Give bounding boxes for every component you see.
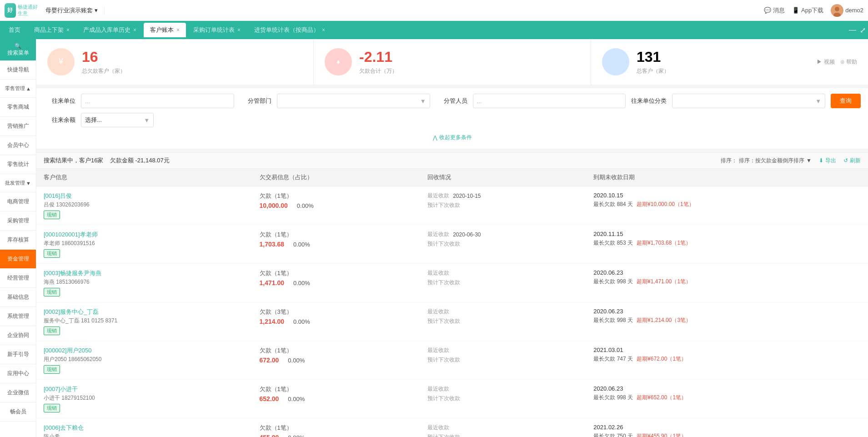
refresh-btn[interactable]: ↺ 刷新: [843, 157, 861, 165]
sidebar-item-retail-store[interactable]: 零售商城: [0, 98, 36, 117]
close-tab-customer-account[interactable]: ×: [176, 27, 180, 33]
cell-customer-info: [0003]畅捷服务尹海燕 海燕 18513066976 现销: [36, 264, 252, 302]
overdue-link[interactable]: 超期¥455.90（1笔）: [637, 432, 687, 437]
filter-area: 往来单位 ... 分管部门 ▼ 分管人员 ... 往来单位分类 ▼: [36, 88, 868, 149]
debt-count: 欠款（1笔）: [260, 347, 413, 355]
balance-arrow-icon: ▼: [144, 117, 150, 124]
tab-customer-account[interactable]: 客户账本 ×: [144, 23, 186, 37]
dept-label: 分管部门: [240, 97, 271, 105]
app-download-btn[interactable]: 📱 App下载: [792, 6, 823, 15]
stat-card-actions: ▶ 视频 ⊙ 帮助: [817, 58, 857, 66]
unit-category-select[interactable]: ▼: [672, 94, 825, 108]
stat-value-debt-amount: -2.11: [359, 49, 397, 65]
sidebar-item-retail-stats[interactable]: 零售统计: [0, 155, 36, 174]
cell-customer-info: [0007]小进干 小进干 18279152100 现销: [36, 380, 252, 418]
manager-input[interactable]: ...: [473, 94, 626, 108]
tab-production-history[interactable]: 产成品入库单历史 ×: [77, 23, 143, 37]
overdue-link[interactable]: 超期¥1,214.00（3笔）: [637, 316, 691, 324]
customer-phone: 小进干 18279152100: [44, 394, 245, 402]
debt-amount: 10,000.00: [260, 202, 288, 209]
cell-recovery: 最近收款 预计下次收款: [420, 380, 586, 418]
customer-name-link[interactable]: [0007]小进干: [44, 386, 78, 392]
sort-selector[interactable]: 排序： 排序：按欠款金额倒序排序 ▼: [721, 157, 812, 165]
debt-amount: 652.00: [260, 395, 279, 402]
sidebar-item-app-center[interactable]: 应用中心: [0, 364, 36, 383]
customer-name-link[interactable]: [0003]畅捷服务尹海燕: [44, 270, 101, 276]
sidebar-item-retail-mgmt[interactable]: 零售管理 ▲: [0, 80, 36, 98]
dept-select[interactable]: ▼: [277, 94, 430, 108]
next-collect-label: 预计下次收款: [427, 434, 460, 437]
stat-icon-debt-amount: ♦: [325, 48, 352, 75]
debt-amount: 455.90: [260, 434, 279, 437]
close-tab-product-off[interactable]: ×: [66, 27, 70, 33]
cell-overdue-date: 2020.06.23 最长欠款 998 天 超期¥652.00（1笔）: [586, 380, 868, 418]
overdue-link[interactable]: 超期¥10,000.00（1笔）: [637, 201, 694, 208]
sidebar-item-ecommerce[interactable]: 电商管理: [0, 192, 36, 211]
sidebar-item-marketing[interactable]: 营销推广: [0, 117, 36, 136]
recent-label: 最近收款: [427, 347, 449, 354]
company-selector[interactable]: 母婴行业演示账套 ▾: [41, 6, 105, 15]
table-row: [0007]小进干 小进干 18279152100 现销 欠款（1笔） 652.…: [36, 380, 868, 418]
sidebar-item-member-center[interactable]: 会员中心: [0, 136, 36, 155]
recent-label: 最近收款: [427, 192, 449, 200]
tab-import-stat[interactable]: 进货单统计表（按商品） ×: [248, 23, 331, 37]
overdue-link[interactable]: 超期¥1,471.00（1笔）: [637, 278, 691, 286]
customer-name-link[interactable]: [0006]去下粮仓: [44, 424, 84, 431]
sidebar-item-batch-mgmt[interactable]: 批发管理 ▼: [0, 174, 36, 192]
result-actions: 排序： 排序：按欠款金额倒序排序 ▼ ⬇ 导出 ↺ 刷新: [721, 157, 861, 165]
sidebar-item-quick-nav[interactable]: 快捷导航: [0, 60, 36, 80]
video-btn[interactable]: ▶ 视频: [817, 58, 834, 66]
logo-area: 好 畅捷通好生意: [5, 3, 41, 18]
table-row: [000002]用户2050 用户2050 18665062050 现销 欠款（…: [36, 341, 868, 380]
search-button[interactable]: 查询: [831, 94, 861, 108]
balance-label: 往来余额: [44, 116, 75, 124]
sidebar-item-operations[interactable]: 经营管理: [0, 269, 36, 288]
close-tab-purchase-order[interactable]: ×: [237, 27, 241, 33]
stat-card-debt-amount: ♦ -2.11 欠款合计（万）: [314, 39, 591, 85]
help-btn[interactable]: ⊙ 帮助: [840, 58, 857, 66]
customer-name-link[interactable]: [0002]服务中心_丁磊: [44, 308, 99, 315]
message-btn[interactable]: 💬 消息: [764, 6, 785, 15]
svg-rect-7: [609, 57, 614, 66]
sidebar-item-enterprise-wechat[interactable]: 企业微信: [0, 383, 36, 402]
collapse-filter-btn[interactable]: ⋀ 收起更多条件: [44, 132, 861, 143]
cell-customer-info: [0001020001]孝老师 孝老师 18600391516 现销: [36, 225, 252, 264]
close-tab-production-history[interactable]: ×: [133, 27, 136, 33]
sidebar-item-basic-info[interactable]: 基础信息: [0, 288, 36, 307]
cell-overdue-date: 2020.10.15 最长欠款 884 天 超期¥10,000.00（1笔）: [586, 186, 868, 225]
debt-count: 欠款（1笔）: [260, 192, 413, 200]
tab-home[interactable]: 首页: [2, 23, 27, 37]
sidebar-item-system[interactable]: 系统管理: [0, 307, 36, 326]
export-btn[interactable]: ⬇ 导出: [819, 157, 836, 165]
sidebar-item-newbie[interactable]: 新手引导: [0, 345, 36, 364]
tab-expand-icon[interactable]: ⤢: [860, 26, 866, 35]
customer-name-link[interactable]: [0016]吕俊: [44, 192, 72, 199]
overdue-link[interactable]: 超期¥1,703.68（1笔）: [637, 239, 691, 247]
tab-minimize-icon[interactable]: ―: [849, 26, 856, 35]
stat-card-total-customers: 131 总客户（家） ▶ 视频 ⊙ 帮助: [591, 39, 868, 85]
sort-arrow-icon: ▼: [806, 157, 812, 164]
customer-name-link[interactable]: [000002]用户2050: [44, 347, 92, 354]
customer-tag: 现销: [44, 211, 60, 219]
close-tab-import-stat[interactable]: ×: [322, 27, 325, 33]
dept-arrow-icon: ▼: [420, 98, 426, 105]
origin-unit-input[interactable]: ...: [81, 94, 234, 108]
sidebar-item-inventory[interactable]: 库存核算: [0, 231, 36, 250]
balance-select[interactable]: 选择... ▼: [81, 113, 154, 127]
user-avatar[interactable]: demo2: [831, 4, 863, 17]
sidebar-item-finance[interactable]: 资金管理: [0, 250, 36, 269]
search-icon: 🔍: [0, 43, 36, 49]
next-collect-label: 预计下次收款: [427, 241, 460, 247]
unit-category-label: 往来单位分类: [631, 97, 667, 105]
customer-name-link[interactable]: [0001020001]孝老师: [44, 231, 98, 238]
sidebar-search[interactable]: 🔍 搜索菜单: [0, 39, 36, 60]
overdue-link[interactable]: 超期¥652.00（1笔）: [637, 394, 687, 402]
overdue-link[interactable]: 超期¥672.00（1笔）: [637, 355, 687, 363]
tab-purchase-order[interactable]: 采购订单统计表 ×: [187, 23, 247, 37]
stat-label-debt-customers: 总欠款客户（家）: [82, 67, 125, 75]
sidebar-item-purchase-mgmt[interactable]: 采购管理: [0, 211, 36, 231]
sidebar-item-vip-member[interactable]: 畅会员: [0, 402, 36, 422]
debt-amount: 1,214.00: [260, 318, 285, 325]
sidebar-item-enterprise-collab[interactable]: 企业协同: [0, 326, 36, 345]
tab-product-off[interactable]: 商品上下架 ×: [28, 23, 76, 37]
